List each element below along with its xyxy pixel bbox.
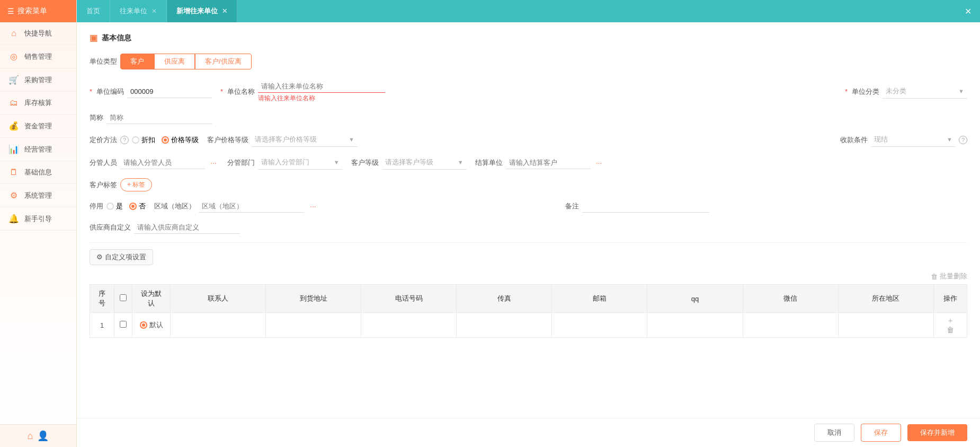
sidebar-search-label: 搜索菜单 <box>17 6 47 16</box>
unit-name-input[interactable] <box>258 80 385 93</box>
row-delete-btn[interactable]: 🗑 <box>947 326 954 334</box>
customer-level-label: 客户等级 <box>351 158 379 168</box>
sidebar-item-label: 快捷导航 <box>24 29 52 38</box>
cell-actions: ＋ 🗑 <box>933 313 967 338</box>
row-manager: 分管人员 ··· 分管部门 请输入分管部门 ▼ 客户等级 请选择客户等级 ▼ <box>90 155 967 170</box>
phone-input[interactable] <box>367 321 451 329</box>
unit-type-row: 单位类型 客户 供应离 客户/供应离 <box>90 54 967 69</box>
row-checkbox[interactable] <box>120 321 127 328</box>
sidebar-search[interactable]: ☰ 搜索菜单 <box>0 0 76 22</box>
pricing-discount-option[interactable]: 折扣 <box>132 135 155 145</box>
contact-input[interactable] <box>176 321 260 329</box>
sidebar-item-label: 新手引导 <box>24 214 52 224</box>
cell-email[interactable] <box>552 313 647 338</box>
save-new-button[interactable]: 保存并新增 <box>907 424 967 441</box>
home-footer-icon[interactable]: ⌂ <box>28 431 33 442</box>
cell-phone[interactable] <box>361 313 457 338</box>
cell-fax[interactable] <box>457 313 552 338</box>
disabled-yes-option[interactable]: 是 <box>106 201 123 211</box>
region-input[interactable] <box>199 200 305 213</box>
remark-field: 备注 <box>565 200 968 213</box>
sales-icon: ◎ <box>8 51 19 62</box>
sidebar-item-finance[interactable]: 💰 资金管理 <box>0 115 76 138</box>
pricing-discount-radio <box>132 136 139 144</box>
guide-icon: 🔔 <box>8 214 19 224</box>
department-select[interactable]: 请输入分管部门 ▼ <box>258 155 343 170</box>
cell-qq[interactable] <box>647 313 743 338</box>
table-select-all[interactable] <box>120 294 127 301</box>
sidebar-item-sales[interactable]: ◎ 销售管理 <box>0 45 76 68</box>
unit-name-field-wrapper: * 单位名称 请输入往来单位名称 <box>220 80 836 103</box>
sidebar-item-guide[interactable]: 🔔 新手引导 <box>0 207 76 231</box>
pricing-method-field: 定价方法 ? 折扣 价格等级 <box>90 135 199 145</box>
manager-input[interactable] <box>120 156 205 169</box>
sidebar: ☰ 搜索菜单 ⌂ 快捷导航 ◎ 销售管理 🛒 采购管理 🗂 库存核算 💰 资金管… <box>0 0 77 447</box>
department-arrow: ▼ <box>334 159 340 165</box>
system-icon: ⚙ <box>8 190 19 200</box>
row-disabled-region: 停用 是 否 区域（地区） ··· <box>90 200 967 213</box>
row-default-radio-item[interactable]: 默认 <box>138 320 165 330</box>
pricing-help-icon[interactable]: ? <box>120 136 129 144</box>
customer-price-level-select[interactable]: 请选择客户价格等级 ▼ <box>252 133 358 147</box>
close-all-tabs[interactable]: ✕ <box>956 6 980 16</box>
cell-wechat[interactable] <box>743 313 838 338</box>
supplier-custom-input[interactable] <box>134 221 240 234</box>
custom-settings-button[interactable]: ⚙ 自定义项设置 <box>90 249 153 265</box>
inventory-icon: 🗂 <box>8 98 19 108</box>
manager-more-btn[interactable]: ··· <box>208 159 219 167</box>
fax-input[interactable] <box>462 321 546 329</box>
email-input[interactable] <box>557 321 642 329</box>
unit-type-both[interactable]: 客户/供应离 <box>195 54 252 69</box>
payment-terms-select[interactable]: 现结 ▼ <box>871 133 956 147</box>
wechat-input[interactable] <box>749 321 833 329</box>
address-input[interactable] <box>271 321 355 329</box>
customer-level-select[interactable]: 请选择客户等级 ▼ <box>382 155 467 170</box>
pricing-level-option[interactable]: 价格等级 <box>162 135 199 145</box>
payment-terms-help-icon[interactable]: ? <box>959 136 967 144</box>
content-area: ▣ 基本信息 单位类型 客户 供应离 客户/供应离 * 单位编码 <box>77 22 980 418</box>
unit-category-select[interactable]: 未分类 ▼ <box>883 84 967 99</box>
th-address: 到货地址 <box>266 285 361 313</box>
unit-name-field: * 单位名称 请输入往来单位名称 <box>220 80 836 103</box>
tab-bar: 首页 往来单位 ✕ 新增往来单位 ✕ ✕ <box>77 0 980 22</box>
remark-input[interactable] <box>582 200 709 213</box>
add-tag-button[interactable]: + 标签 <box>120 178 152 191</box>
tab-home[interactable]: 首页 <box>77 0 110 22</box>
cell-checkbox <box>114 313 132 338</box>
tab-contacts-close[interactable]: ✕ <box>152 7 157 15</box>
sidebar-item-purchase[interactable]: 🛒 采购管理 <box>0 68 76 92</box>
sidebar-item-basic-info[interactable]: 🗒 基础信息 <box>0 161 76 184</box>
sidebar-item-quick-nav[interactable]: ⌂ 快捷导航 <box>0 22 76 45</box>
region-more-btn[interactable]: ··· <box>308 202 318 211</box>
disabled-field: 停用 是 否 <box>90 201 146 211</box>
user-footer-icon[interactable]: 👤 <box>37 430 49 442</box>
sidebar-item-inventory[interactable]: 🗂 库存核算 <box>0 92 76 115</box>
save-button[interactable]: 保存 <box>861 424 901 442</box>
unit-category-value: 未分类 <box>886 86 906 96</box>
sidebar-item-system[interactable]: ⚙ 系统管理 <box>0 184 76 207</box>
unit-type-customer[interactable]: 客户 <box>120 54 154 69</box>
sidebar-item-operations[interactable]: 📊 经营管理 <box>0 138 76 161</box>
tab-new-contact[interactable]: 新增往来单位 ✕ <box>167 0 237 22</box>
disabled-no-option[interactable]: 否 <box>129 201 146 211</box>
remark-label: 备注 <box>565 201 579 211</box>
cell-seq: 1 <box>90 313 114 338</box>
unit-code-input[interactable] <box>127 85 212 98</box>
divider <box>90 242 967 243</box>
row-add-btn[interactable]: ＋ <box>947 316 954 325</box>
short-name-input[interactable] <box>106 111 212 124</box>
batch-delete-btn[interactable]: 🗑 批量删除 <box>90 271 967 281</box>
settlement-more-btn[interactable]: ··· <box>594 159 604 167</box>
unit-type-supplier[interactable]: 供应离 <box>154 54 195 69</box>
cancel-button[interactable]: 取消 <box>814 424 854 442</box>
tab-new-contact-close[interactable]: ✕ <box>222 7 227 15</box>
cell-region[interactable] <box>838 313 933 338</box>
th-default: 设为默认 <box>132 285 171 313</box>
qq-input[interactable] <box>653 321 737 329</box>
settlement-unit-input[interactable] <box>506 156 591 169</box>
tab-contacts[interactable]: 往来单位 ✕ <box>110 0 167 22</box>
region-table-input[interactable] <box>844 321 928 329</box>
required-star-name: * <box>220 87 223 95</box>
cell-contact[interactable] <box>171 313 266 338</box>
cell-address[interactable] <box>266 313 361 338</box>
